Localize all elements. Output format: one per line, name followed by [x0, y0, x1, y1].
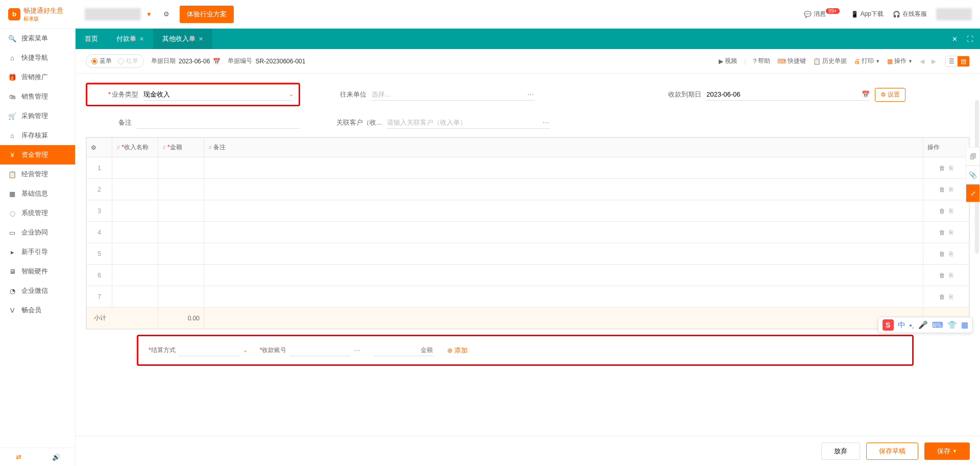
copy-row-icon[interactable]: ⎘	[949, 186, 953, 193]
cell-amount[interactable]	[158, 286, 204, 308]
online-service-link[interactable]: 🎧 在线客服	[893, 10, 927, 18]
close-icon[interactable]: ✕	[199, 36, 203, 42]
cell-remark[interactable]	[204, 222, 923, 243]
cell-income-name[interactable]	[112, 222, 158, 243]
radio-red[interactable]: 红单	[118, 57, 138, 65]
cell-amount[interactable]	[158, 222, 204, 243]
view-detail-btn[interactable]: ▤	[958, 56, 969, 66]
delete-row-icon[interactable]: 🗑	[939, 272, 945, 279]
delete-row-icon[interactable]: 🗑	[939, 250, 945, 258]
nav-prev-btn[interactable]: ◀	[920, 58, 924, 65]
print-link[interactable]: 🖨打印▼	[854, 57, 880, 65]
ime-keyboard-icon[interactable]: ⌨	[932, 320, 943, 330]
table-row[interactable]: 3 🗑⎘	[87, 200, 969, 222]
cell-income-name[interactable]	[112, 200, 158, 222]
sidebar-item-0[interactable]: 🔍搜索菜单	[0, 29, 75, 48]
operate-link[interactable]: ▦操作▼	[887, 57, 913, 65]
cell-income-name[interactable]	[112, 179, 158, 200]
ime-skin-icon[interactable]: 👕	[947, 320, 957, 330]
cell-amount[interactable]	[158, 265, 204, 286]
calendar-icon[interactable]: 📅	[862, 90, 870, 98]
more-icon[interactable]: ⋯	[527, 90, 535, 98]
cell-amount[interactable]	[158, 243, 204, 265]
delete-row-icon[interactable]: 🗑	[939, 186, 945, 193]
delete-row-icon[interactable]: 🗑	[939, 229, 945, 236]
ime-tools-icon[interactable]: ▦	[961, 320, 968, 330]
sidebar-item-9[interactable]: ◌系统管理	[0, 203, 75, 223]
table-row[interactable]: 2 🗑⎘	[87, 179, 969, 200]
settle-amount-input[interactable]	[374, 344, 435, 356]
experience-industry-btn[interactable]: 体验行业方案	[180, 6, 234, 23]
settle-method-input[interactable]	[179, 344, 240, 356]
due-date-input[interactable]	[706, 90, 862, 98]
settings-button[interactable]: ⚙设置	[875, 88, 905, 102]
cell-remark[interactable]	[204, 200, 923, 222]
due-date-picker[interactable]: 📅	[706, 88, 870, 101]
copy-row-icon[interactable]: ⎘	[949, 229, 953, 236]
side-tool-note[interactable]: 🗐	[966, 147, 980, 166]
sidebar-item-2[interactable]: 🎁营销推广	[0, 67, 75, 87]
copy-row-icon[interactable]: ⎘	[949, 207, 953, 215]
copy-row-icon[interactable]: ⎘	[949, 293, 953, 300]
cell-income-name[interactable]	[112, 286, 158, 308]
tab-0[interactable]: 首页	[76, 29, 107, 49]
add-settlement-btn[interactable]: ⊕ 添加	[447, 346, 468, 355]
tab-close-all-btn[interactable]: ✕	[948, 33, 961, 45]
cell-amount[interactable]	[158, 200, 204, 222]
more-icon[interactable]: ⋯	[354, 346, 361, 354]
side-tool-expand[interactable]: ⤢	[966, 184, 980, 202]
copy-row-icon[interactable]: ⎘	[949, 272, 953, 279]
sidebar-item-10[interactable]: ▭企业协同	[0, 223, 75, 242]
discard-button[interactable]: 放弃	[821, 442, 860, 460]
ime-punct-btn[interactable]: •,	[910, 321, 914, 330]
copy-row-icon[interactable]: ⎘	[949, 250, 953, 258]
remark-input[interactable]	[137, 119, 300, 126]
sidebar-item-4[interactable]: 🛒采购管理	[0, 106, 75, 126]
sidebar-item-8[interactable]: ▦基础信息	[0, 184, 75, 203]
more-icon[interactable]: ⋯	[543, 119, 550, 126]
save-button[interactable]: 保存▼	[924, 442, 970, 460]
table-row[interactable]: 1 🗑⎘	[87, 157, 969, 179]
sidebar-item-13[interactable]: ◔企业微信	[0, 281, 75, 300]
nav-next-btn[interactable]: ▶	[932, 58, 936, 65]
cell-amount[interactable]	[158, 179, 204, 200]
ime-toolbar[interactable]: S 中 •, 🎤 ⌨ 👕 ▦	[878, 317, 973, 333]
ime-lang-btn[interactable]: 中	[898, 320, 905, 330]
close-icon[interactable]: ✕	[139, 36, 144, 42]
cell-income-name[interactable]	[112, 265, 158, 286]
save-draft-button[interactable]: 保存草稿	[866, 442, 918, 460]
gear-icon[interactable]: ⚙	[163, 10, 169, 18]
col-remark[interactable]: ⇵备注	[204, 138, 923, 157]
col-amount[interactable]: ⇵*金额	[158, 138, 204, 157]
view-list-btn[interactable]: ☰	[946, 56, 958, 66]
partner-select[interactable]: ⋯	[372, 88, 535, 101]
table-row[interactable]: 7 🗑⎘	[87, 286, 969, 308]
radio-blue[interactable]: 蓝单	[91, 57, 112, 65]
sidebar-item-11[interactable]: ▸新手引导	[0, 242, 75, 262]
shortcut-link[interactable]: ⌨快捷键	[777, 57, 806, 65]
tab-1[interactable]: 付款单✕	[107, 29, 153, 49]
cell-income-name[interactable]	[112, 157, 158, 179]
settle-account-input[interactable]	[289, 344, 351, 356]
sidebar-item-1[interactable]: ⌂快捷导航	[0, 48, 75, 67]
sidebar-item-7[interactable]: 📋经营管理	[0, 165, 75, 184]
sidebar-item-12[interactable]: 🖥智能硬件	[0, 262, 75, 281]
cell-remark[interactable]	[204, 243, 923, 265]
delete-row-icon[interactable]: 🗑	[939, 207, 945, 215]
tab-fullscreen-btn[interactable]: ⛶	[964, 33, 976, 45]
biz-type-select[interactable]: ⌄	[143, 88, 293, 101]
cell-amount[interactable]	[158, 157, 204, 179]
biz-type-input[interactable]	[143, 90, 289, 98]
user-avatar-blurred[interactable]	[936, 8, 972, 20]
history-link[interactable]: 📋历史单据	[813, 57, 847, 65]
org-selector[interactable]: ▼ ⚙	[85, 8, 176, 20]
sidebar-item-14[interactable]: V畅会员	[0, 300, 75, 320]
tab-2[interactable]: 其他收入单✕	[153, 29, 212, 49]
sidebar-sound-btn[interactable]: 🔊	[38, 448, 76, 466]
col-income-name[interactable]: ⇵*收入名称	[112, 138, 158, 157]
chevron-down-icon[interactable]: ⌄	[243, 347, 248, 354]
relate-customer-input[interactable]	[387, 119, 543, 126]
copy-row-icon[interactable]: ⎘	[949, 165, 953, 172]
col-gear[interactable]: ⚙	[87, 138, 112, 157]
messages-link[interactable]: 💬 消息 99+	[804, 10, 842, 18]
